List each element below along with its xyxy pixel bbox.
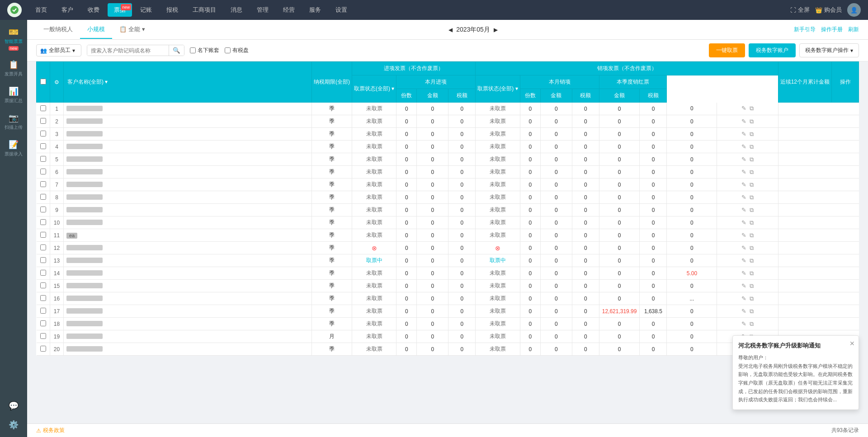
select-all-checkbox[interactable]	[40, 79, 46, 85]
edit-btn[interactable]: ✎	[741, 194, 746, 201]
tab-general-taxpayer[interactable]: 一般纳税人	[36, 21, 80, 39]
copy-btn[interactable]: ⧉	[750, 181, 754, 188]
nav-home[interactable]: 首页	[29, 3, 53, 17]
row-checkbox[interactable]	[40, 156, 46, 162]
copy-btn[interactable]: ⧉	[750, 207, 754, 213]
copy-btn[interactable]: ⧉	[750, 257, 754, 264]
row-checkbox[interactable]	[40, 131, 46, 136]
copy-btn[interactable]: ⧉	[750, 169, 754, 175]
manual-btn[interactable]: 操作手册	[821, 26, 843, 33]
tax-digital-btn[interactable]: 税务数字账户	[749, 43, 796, 57]
row-checkbox[interactable]	[40, 194, 46, 200]
row-customer-name[interactable]	[64, 216, 312, 229]
row-checkbox[interactable]	[40, 207, 46, 212]
edit-btn[interactable]: ✎	[741, 308, 746, 315]
copy-btn[interactable]: ⧉	[750, 232, 754, 239]
nav-settings[interactable]: 设置	[329, 3, 354, 17]
row-customer-name[interactable]	[64, 204, 312, 216]
copy-btn[interactable]: ⧉	[750, 244, 754, 251]
row-customer-name[interactable]	[64, 141, 312, 153]
row-customer-name[interactable]	[64, 242, 312, 254]
row-customer-name[interactable]	[64, 115, 312, 128]
search-input[interactable]	[87, 45, 169, 56]
row-checkbox[interactable]	[40, 118, 46, 124]
copy-btn[interactable]: ⧉	[750, 156, 754, 163]
down-account-checkbox[interactable]	[190, 47, 196, 53]
row-checkbox[interactable]	[40, 169, 46, 174]
row-checkbox[interactable]	[40, 333, 46, 339]
edit-btn[interactable]: ✎	[741, 169, 746, 175]
th-tax-period[interactable]: 纳税期限(全部)	[312, 62, 352, 103]
tax-digital-op-btn[interactable]: 税务数字账户操作 ▾	[799, 43, 859, 57]
row-customer-name[interactable]: ea	[64, 229, 312, 242]
member-btn[interactable]: 👑 购会员	[815, 6, 842, 14]
down-account-checkbox-label[interactable]: 名下账套	[190, 47, 219, 54]
copy-btn[interactable]: ⧉	[750, 270, 754, 277]
row-checkbox[interactable]	[40, 295, 46, 301]
tab-small-scale[interactable]: 小规模	[80, 21, 112, 39]
nav-manage[interactable]: 管理	[250, 3, 275, 17]
new-guide-btn[interactable]: 新手引导	[794, 26, 816, 33]
copy-btn[interactable]: ⧉	[750, 131, 754, 137]
row-checkbox[interactable]	[40, 219, 46, 225]
copy-btn[interactable]: ⧉	[750, 143, 754, 150]
nav-fees[interactable]: 收费	[81, 3, 106, 17]
nav-invoice[interactable]: 票据 new	[108, 3, 132, 17]
sidebar-item-open-invoice[interactable]: 📋 发票开具	[1, 56, 26, 81]
copy-btn[interactable]: ⧉	[750, 105, 754, 112]
row-customer-name[interactable]	[64, 280, 312, 292]
nav-tax[interactable]: 报税	[160, 3, 184, 17]
row-customer-name[interactable]	[64, 267, 312, 280]
edit-btn[interactable]: ✎	[741, 295, 746, 302]
copy-btn[interactable]: ⧉	[750, 295, 754, 302]
tab-all[interactable]: 📋 全能 ▾	[112, 21, 152, 39]
has-tax-checkbox-label[interactable]: 有税盘	[225, 47, 249, 54]
edit-btn[interactable]: ✎	[741, 320, 746, 327]
row-customer-name[interactable]	[64, 318, 312, 330]
row-checkbox[interactable]	[40, 244, 46, 250]
copy-btn[interactable]: ⧉	[750, 194, 754, 201]
one-key-btn[interactable]: 一键取票	[709, 43, 745, 57]
search-button[interactable]: 🔍	[169, 45, 184, 56]
copy-btn[interactable]: ⧉	[750, 308, 754, 315]
copy-btn[interactable]: ⧉	[750, 118, 754, 125]
edit-btn[interactable]: ✎	[741, 244, 746, 251]
row-customer-name[interactable]	[64, 305, 312, 318]
copy-btn[interactable]: ⧉	[750, 320, 754, 327]
row-checkbox[interactable]	[40, 346, 46, 352]
edit-btn[interactable]: ✎	[741, 131, 746, 137]
employee-filter[interactable]: 👥 全部员工 ▾	[36, 44, 81, 56]
row-customer-name[interactable]	[64, 292, 312, 305]
sidebar-item-message[interactable]: 💬	[1, 397, 26, 414]
sidebar-item-invoice-summary[interactable]: 📊 票据汇总	[1, 83, 26, 108]
row-customer-name[interactable]	[64, 166, 312, 179]
edit-btn[interactable]: ✎	[741, 232, 746, 239]
row-customer-name[interactable]	[64, 153, 312, 166]
edit-btn[interactable]: ✎	[741, 219, 746, 226]
th-out-status[interactable]: 取票状态(全部) ▾	[476, 75, 520, 103]
row-checkbox[interactable]	[40, 105, 46, 111]
row-checkbox[interactable]	[40, 282, 46, 288]
nav-operation[interactable]: 经营	[277, 3, 301, 17]
fullscreen-btn[interactable]: ⛶ 全屏	[790, 6, 810, 14]
nav-customer[interactable]: 客户	[55, 3, 80, 17]
copy-btn[interactable]: ⧉	[750, 282, 754, 289]
row-customer-name[interactable]	[64, 343, 312, 356]
row-checkbox[interactable]	[40, 308, 46, 314]
sidebar-item-settings[interactable]: ⚙️	[1, 416, 26, 433]
th-customer-name[interactable]: 客户名称(全部) ▾	[64, 62, 312, 103]
row-customer-name[interactable]	[64, 254, 312, 267]
user-avatar[interactable]: 👤	[847, 3, 861, 17]
row-checkbox[interactable]	[40, 181, 46, 187]
row-customer-name[interactable]	[64, 103, 312, 115]
row-checkbox[interactable]	[40, 143, 46, 149]
has-tax-checkbox[interactable]	[225, 47, 231, 53]
prev-month-btn[interactable]: ◀	[448, 27, 453, 33]
nav-business[interactable]: 工商项目	[186, 3, 222, 17]
edit-btn[interactable]: ✎	[741, 105, 746, 112]
nav-accounting[interactable]: 记账	[134, 3, 158, 17]
edit-btn[interactable]: ✎	[741, 282, 746, 289]
row-customer-name[interactable]	[64, 128, 312, 141]
row-checkbox[interactable]	[40, 257, 46, 263]
row-customer-name[interactable]	[64, 191, 312, 204]
